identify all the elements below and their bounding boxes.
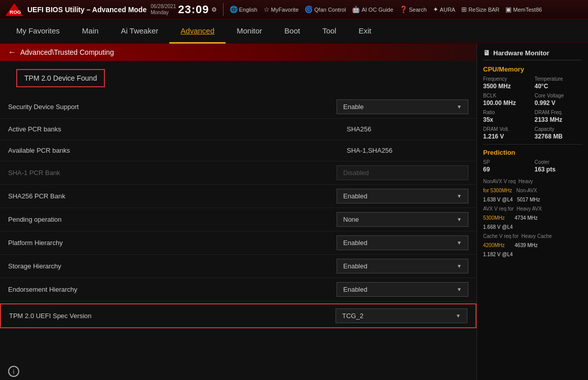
pred-row-nonavx-volt: 1.638 V @L4 5017 MHz: [483, 195, 582, 204]
setting-label-tpm-spec-version: TPM 2.0 UEFI Spec Version: [9, 312, 336, 320]
pred-row-nonavx: NonAVX V req Heavy: [483, 177, 582, 186]
stat-dram-freq-value: 2133 MHz: [535, 116, 582, 123]
fan-icon: 🌀: [305, 6, 313, 13]
settings-icon[interactable]: ⚙: [211, 6, 217, 13]
pred-cache-freq: 4200MHz: [483, 243, 505, 248]
toolbar-search[interactable]: ❓ Search: [399, 6, 427, 13]
toolbar-myfavorite-label: MyFavorite: [271, 7, 299, 13]
stat-bclk: BCLK 100.00 MHz: [483, 93, 531, 107]
toolbar-memtest-label: MemTest86: [513, 7, 542, 13]
tpm-found-notice: TPM 2.0 Device Found: [16, 69, 105, 87]
toolbar-resizebar-label: ReSize BAR: [468, 7, 499, 13]
day-display: Monday: [151, 10, 176, 16]
dropdown-arrow-icon: ▼: [457, 104, 462, 110]
stat-frequency-label: Frequency: [483, 76, 531, 82]
dropdown-pending-operation[interactable]: None ▼: [337, 212, 468, 227]
dropdown-storage-hierarchy[interactable]: Enabled ▼: [337, 259, 468, 273]
toolbar-english-label: English: [239, 7, 258, 13]
pred-nonavx-mhz: 5017 MHz: [517, 197, 540, 202]
back-button[interactable]: ←: [8, 48, 16, 57]
stat-dram-volt: DRAM Volt. 1.216 V: [483, 126, 531, 140]
stat-capacity: Capacity 32768 MB: [535, 126, 582, 140]
pred-nonavx-heavy-label: Heavy: [519, 179, 533, 184]
setting-label-available-pcr-banks: Available PCR banks: [8, 147, 337, 154]
dropdown-arrow-sha256-icon: ▼: [457, 193, 462, 199]
dropdown-platform-hierarchy[interactable]: Enabled ▼: [337, 235, 468, 250]
question-icon: ❓: [399, 6, 408, 13]
stat-core-voltage-value: 0.992 V: [535, 99, 582, 107]
date-display: 06/28/2021: [151, 4, 176, 10]
nav-monitor[interactable]: Monitor: [226, 19, 273, 44]
svg-text:ROG: ROG: [10, 9, 21, 15]
dropdown-arrow-endorsement-icon: ▼: [457, 287, 462, 292]
pred-nonavx-type: Non-AVX: [517, 188, 537, 193]
stat-dram-freq-label: DRAM Freq.: [535, 110, 582, 115]
toolbar-memtest[interactable]: ▣ MemTest86: [505, 6, 542, 13]
stat-cooler-label: Cooler: [535, 159, 582, 165]
pred-cache-mhz: 4639 MHz: [514, 243, 538, 248]
stat-ratio-label: Ratio: [483, 110, 531, 115]
toolbar-search-label: Search: [409, 7, 427, 13]
nav-main[interactable]: Main: [71, 19, 110, 44]
pred-cache-req-label: Cache V req for: [483, 233, 519, 239]
pred-row-avx: AVX V req for Heavy AVX: [483, 204, 582, 214]
dropdown-security-device-support[interactable]: Enable ▼: [337, 99, 468, 114]
divider: [483, 144, 582, 145]
hardware-monitor-title: 🖥 Hardware Monitor: [483, 49, 582, 60]
prediction-details: NonAVX V req Heavy for 5300MHz Non-AVX 1…: [483, 177, 582, 259]
dropdown-endorsement-hierarchy[interactable]: Enabled ▼: [337, 282, 468, 297]
left-panel: ← Advanced\Trusted Computing TPM 2.0 Dev…: [0, 44, 476, 380]
rog-logo-icon: ROG: [5, 3, 23, 17]
right-panel: 🖥 Hardware Monitor CPU/Memory Frequency …: [476, 44, 588, 380]
content-area: ← Advanced\Trusted Computing TPM 2.0 Dev…: [0, 44, 588, 380]
pred-cache-volt-label: 1.182 V @L4: [483, 252, 513, 257]
setting-row-available-pcr-banks: Available PCR banks SHA-1,SHA256: [0, 140, 476, 161]
setting-row-pending-operation: Pending operation None ▼: [0, 208, 476, 231]
setting-label-storage-hierarchy: Storage Hierarchy: [8, 262, 337, 270]
toolbar-aioc-label: AI OC Guide: [361, 7, 393, 13]
dropdown-sha256-pcr-bank[interactable]: Enabled ▼: [337, 189, 468, 203]
toolbar-english[interactable]: 🌐 English: [230, 6, 258, 13]
toolbar-qfan-label: Qfan Control: [314, 7, 346, 13]
stat-ratio-value: 35x: [483, 116, 531, 123]
stat-sp-label: SP: [483, 159, 531, 165]
nav-advanced[interactable]: Advanced: [169, 19, 226, 44]
dropdown-sha1-pcr-bank: Disabled: [337, 165, 468, 180]
nav-aitweaker[interactable]: Ai Tweaker: [109, 19, 169, 44]
setting-label-security-device-support: Security Device Support: [8, 103, 337, 111]
toolbar-myfavorite[interactable]: ☆ MyFavorite: [264, 6, 299, 13]
stat-bclk-label: BCLK: [483, 93, 531, 98]
stat-capacity-label: Capacity: [535, 126, 582, 132]
toolbar-aura[interactable]: ✦ AURA: [433, 6, 456, 13]
toolbar-qfan[interactable]: 🌀 Qfan Control: [305, 6, 346, 13]
dropdown-arrow-pending-icon: ▼: [457, 217, 462, 222]
toolbar-aioc[interactable]: 🤖 AI OC Guide: [352, 6, 393, 13]
stat-core-voltage-label: Core Voltage: [535, 93, 582, 98]
stat-sp: SP 69: [483, 159, 531, 173]
stat-ratio: Ratio 35x: [483, 110, 531, 123]
toolbar-resizebar[interactable]: ⊞ ReSize BAR: [461, 6, 499, 13]
info-icon[interactable]: i: [8, 366, 19, 377]
resize-icon: ⊞: [461, 6, 467, 13]
nav-tool[interactable]: Tool: [311, 19, 348, 44]
setting-label-endorsement-hierarchy: Endorsement Hierarchy: [8, 286, 337, 293]
stat-frequency-value: 3500 MHz: [483, 83, 531, 90]
nav-myfavorites[interactable]: My Favorites: [5, 19, 71, 44]
stat-dram-volt-label: DRAM Volt.: [483, 126, 531, 132]
value-available-pcr-banks: SHA-1,SHA256: [337, 147, 468, 154]
dropdown-tpm-spec-version[interactable]: TCG_2 ▼: [336, 308, 467, 323]
prediction-section-title: Prediction: [483, 149, 582, 156]
nav-bar: My Favorites Main Ai Tweaker Advanced Mo…: [0, 19, 588, 44]
prediction-stats: SP 69 Cooler 163 pts: [483, 159, 582, 173]
stat-dram-freq: DRAM Freq. 2133 MHz: [535, 110, 582, 123]
pred-avx-volt-label: 1.668 V @L4: [483, 224, 513, 230]
nav-boot[interactable]: Boot: [273, 19, 311, 44]
pred-row-cache-volt: 1.182 V @L4: [483, 250, 582, 259]
pred-row-cache: Cache V req for Heavy Cache: [483, 232, 582, 241]
setting-label-sha256-pcr-bank: SHA256 PCR Bank: [8, 192, 337, 200]
top-bar: ROG UEFI BIOS Utility – Advanced Mode 06…: [0, 0, 588, 19]
dropdown-arrow-storage-icon: ▼: [457, 263, 462, 269]
setting-row-tpm-spec-version: TPM 2.0 UEFI Spec Version TCG_2 ▼: [0, 303, 476, 328]
setting-row-platform-hierarchy: Platform Hierarchy Enabled ▼: [0, 231, 476, 255]
nav-exit[interactable]: Exit: [347, 19, 382, 44]
